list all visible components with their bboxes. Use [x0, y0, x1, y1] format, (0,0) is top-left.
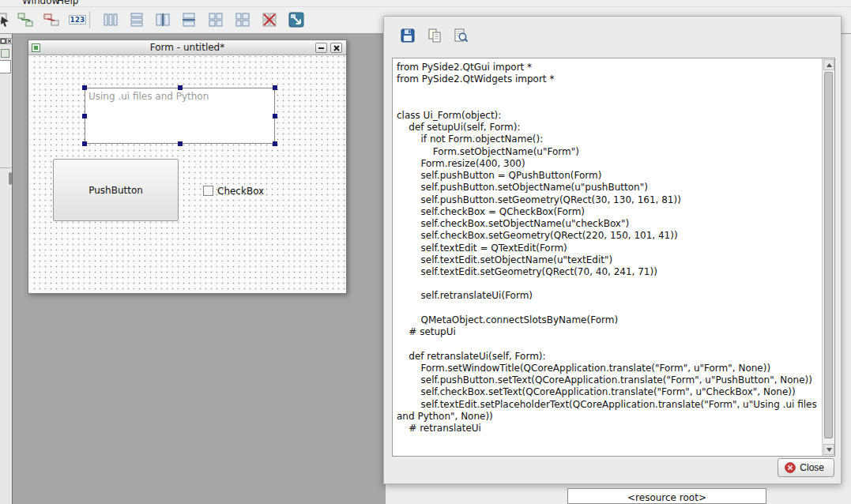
scroll-up-icon[interactable]: [823, 59, 834, 70]
signals-slots-edit-mode-icon[interactable]: [16, 10, 35, 29]
minimize-icon: [318, 47, 324, 49]
scroll-down-icon[interactable]: [823, 444, 834, 455]
menu-help[interactable]: Help: [57, 0, 78, 6]
widget-edit-mode-icon[interactable]: [0, 10, 13, 29]
resource-browser-panel: <resource root>: [567, 488, 766, 504]
selection-handle[interactable]: [82, 85, 87, 90]
selection-handle[interactable]: [178, 141, 183, 146]
mdi-area: Form - untitled* Using .ui files and Pyt…: [13, 34, 386, 504]
close-dialog-button[interactable]: Close: [778, 458, 834, 477]
form-window-title: Form - untitled*: [150, 42, 224, 53]
layout-form-icon[interactable]: [233, 10, 252, 29]
selection-handle[interactable]: [273, 114, 277, 118]
widget-box-dock: [0, 34, 13, 504]
selection-handle[interactable]: [178, 85, 183, 90]
adjust-size-icon[interactable]: [287, 10, 306, 29]
layout-horizontal-splitter-icon[interactable]: [153, 10, 172, 29]
save-icon[interactable]: [398, 26, 417, 45]
break-layout-icon[interactable]: [260, 10, 279, 29]
textedit-placeholder: Using .ui files and Python: [88, 91, 209, 102]
dock-float-icon[interactable]: [0, 38, 6, 44]
close-circle-icon: [785, 462, 796, 473]
form-window-icon: [32, 43, 40, 52]
textedit-box: Using .ui files and Python: [85, 88, 275, 144]
close-button[interactable]: [330, 43, 342, 53]
textedit-widget[interactable]: Using .ui files and Python: [85, 88, 275, 144]
pushbutton-widget[interactable]: PushButton: [53, 159, 179, 221]
layout-horizontal-icon[interactable]: [101, 10, 120, 29]
tab-order-glyph: 123: [69, 15, 87, 24]
code-scrollbar[interactable]: [822, 58, 834, 456]
selection-handle[interactable]: [82, 114, 87, 118]
find-icon[interactable]: [451, 26, 470, 45]
form-designer-window: Form - untitled* Using .ui files and Pyt…: [28, 39, 347, 294]
checkbox-label: CheckBox: [217, 186, 264, 197]
layout-vertical-icon[interactable]: [127, 10, 146, 29]
dock-close-icon[interactable]: [6, 38, 13, 44]
code-view[interactable]: from PySide2.QtGui import * from PySide2…: [392, 58, 835, 457]
copy-icon[interactable]: [425, 26, 444, 45]
selection-handle[interactable]: [273, 141, 277, 146]
scrollbar-thumb[interactable]: [824, 72, 833, 438]
widget-filter-input[interactable]: [0, 60, 11, 73]
form-window-titlebar[interactable]: Form - untitled*: [28, 40, 346, 55]
close-button-label: Close: [800, 462, 824, 473]
checkbox-widget[interactable]: CheckBox: [203, 175, 283, 207]
widget-box-icon: [1, 49, 9, 58]
minimize-button[interactable]: [315, 43, 327, 53]
view-code-dialog: from PySide2.QtGui import * from PySide2…: [383, 16, 842, 484]
code-text[interactable]: from PySide2.QtGui import * from PySide2…: [397, 62, 818, 453]
tab-order-edit-mode-icon[interactable]: 123: [68, 10, 87, 29]
form-canvas: Using .ui files and Python PushButton Ch…: [29, 56, 345, 292]
layout-vertical-splitter-icon[interactable]: [179, 10, 198, 29]
buddy-edit-mode-icon[interactable]: [42, 10, 61, 29]
menubar: Window Help: [0, 0, 851, 7]
layout-grid-icon[interactable]: [206, 10, 225, 29]
qt-designer-screen: Window Help 123: [0, 0, 851, 504]
close-icon: [333, 45, 340, 51]
dock-divider: [0, 167, 12, 168]
resource-root-item[interactable]: <resource root>: [627, 492, 706, 503]
toolbar-separator: [89, 11, 90, 28]
checkbox-indicator[interactable]: [203, 186, 213, 196]
widget-box-scrollbar-thumb[interactable]: [9, 172, 12, 185]
selection-handle[interactable]: [273, 85, 277, 90]
menu-window[interactable]: Window: [22, 0, 59, 6]
selection-handle[interactable]: [82, 141, 87, 146]
